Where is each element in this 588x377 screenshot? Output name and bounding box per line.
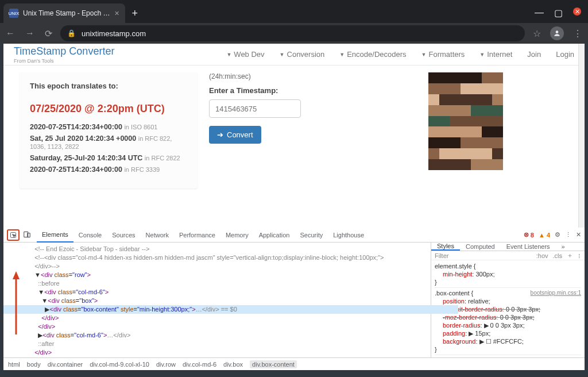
date-format-row: 2020-07-25T14:20:34+00:00 in RFC 3339 — [30, 166, 187, 174]
convert-button-label: Convert — [227, 130, 253, 139]
new-style-icon[interactable]: ＋ — [567, 251, 573, 260]
result-heading: This epoch translates to: — [30, 82, 187, 90]
window-controls: — ▢ ✕ — [535, 7, 588, 23]
bookmark-star-icon[interactable]: ☆ — [533, 28, 541, 39]
cls-toggle[interactable]: .cls — [553, 252, 563, 259]
time-format-hint: (24h:min:sec) — [209, 72, 399, 80]
window-maximize-icon[interactable]: ▢ — [554, 7, 563, 18]
devtools-tab-memory[interactable]: Memory — [220, 228, 254, 243]
dom-node[interactable]: <!--<div class="col-md-4 hidden-xs hidde… — [31, 253, 431, 262]
dom-node[interactable]: </div> — [31, 322, 431, 331]
warning-count[interactable]: ▲ 4 — [539, 232, 550, 238]
error-count[interactable]: ⊗ 8 — [524, 231, 534, 238]
url-input[interactable]: 🔒 unixtimestamp.com — [60, 25, 525, 41]
nav-back-icon[interactable]: ← — [6, 28, 15, 39]
breadcrumb-item[interactable]: html — [8, 361, 20, 368]
tab-favicon: UNIX — [9, 9, 18, 18]
enter-timestamp-label: Enter a Timestamp: — [209, 86, 399, 95]
address-bar: ← → ⟳ 🔒 unixtimestamp.com ☆ ⋮ — [0, 23, 588, 44]
timestamp-input-box: (24h:min:sec) Enter a Timestamp: ➔ Conve… — [209, 72, 399, 188]
tab-close-icon[interactable]: × — [114, 9, 119, 18]
lock-icon: 🔒 — [67, 29, 76, 37]
annotation-arrow — [10, 271, 22, 334]
breadcrumb-item[interactable]: div.box — [223, 361, 243, 368]
device-toolbar-icon[interactable] — [23, 230, 31, 240]
dom-node[interactable]: </div> — [31, 348, 431, 357]
svg-marker-5 — [13, 271, 20, 279]
styles-tab-event-listeners[interactable]: Event Listeners — [501, 243, 556, 251]
dom-node[interactable]: <!-- End Ezoic - Sidebar Top - sidebar -… — [31, 245, 431, 253]
scrollbar-thumb[interactable] — [579, 76, 584, 122]
browser-tab[interactable]: UNIX Unix Time Stamp - Epoch … × — [3, 3, 125, 23]
site-navbar: TimeStamp Converter From Dan's Tools ▼We… — [3, 44, 585, 66]
browser-menu-icon[interactable]: ⋮ — [573, 28, 582, 39]
site-brand[interactable]: TimeStamp Converter — [14, 45, 114, 57]
dom-node[interactable]: ▶<div class="box-content" style="min-hei… — [3, 305, 458, 314]
breadcrumb-item[interactable]: div.col-md-9.col-xl-10 — [90, 361, 149, 368]
breadcrumb-item[interactable]: div.box-content — [250, 360, 297, 368]
styles-more-icon[interactable]: ⫶ — [578, 252, 581, 259]
url-text: unixtimestamp.com — [82, 29, 146, 38]
devtools-panel: ElementsConsoleSourcesNetworkPerformance… — [0, 228, 588, 374]
nav-item-conversion[interactable]: ▼Conversion — [280, 50, 325, 59]
ad-image[interactable] — [428, 72, 503, 170]
result-main-date: 07/25/2020 @ 2:20pm (UTC) — [30, 103, 187, 115]
nav-item-encode-decoders[interactable]: ▼Encode/Decoders — [339, 50, 406, 59]
new-tab-button[interactable]: + — [125, 3, 145, 23]
devtools-tab-performance[interactable]: Performance — [174, 228, 220, 243]
styles-tab-styles[interactable]: Styles — [431, 243, 460, 251]
date-format-row: Sat, 25 Jul 2020 14:20:34 +0000 in RFC 8… — [30, 134, 187, 151]
devtools-tab-lighthouse[interactable]: Lighthouse — [328, 228, 369, 243]
dom-tree[interactable]: <!-- End Ezoic - Sidebar Top - sidebar -… — [3, 243, 431, 357]
browser-tab-strip: UNIX Unix Time Stamp - Epoch … × + — ▢ ✕ — [0, 0, 588, 23]
nav-reload-icon[interactable]: ⟳ — [45, 28, 52, 39]
dom-node[interactable]: ▼<div class="box"> — [31, 297, 431, 305]
nav-item-login[interactable]: Login — [556, 50, 574, 59]
user-avatar-icon[interactable] — [550, 26, 564, 40]
styles-panel: StylesComputedEvent Listeners» Filter :h… — [431, 243, 585, 357]
dom-breadcrumb[interactable]: htmlbodydiv.containerdiv.col-md-9.col-xl… — [3, 357, 585, 370]
nav-item-internet[interactable]: ▼Internet — [479, 50, 512, 59]
devtools-close-icon[interactable]: ✕ — [576, 231, 581, 238]
tab-title: Unix Time Stamp - Epoch … — [23, 9, 110, 17]
devtools-tab-application[interactable]: Application — [254, 228, 295, 243]
dom-node[interactable]: ▼<div class="row"> — [31, 271, 431, 279]
date-format-row: 2020-07-25T14:20:34+00:00 in ISO 8601 — [30, 123, 187, 131]
dom-node[interactable]: </div> — [31, 314, 431, 322]
epoch-result-box: This epoch translates to: 07/25/2020 @ 2… — [20, 72, 198, 188]
convert-button[interactable]: ➔ Convert — [209, 126, 261, 144]
svg-point-0 — [556, 30, 559, 33]
nav-forward-icon[interactable]: → — [25, 28, 34, 39]
devtools-tab-security[interactable]: Security — [295, 228, 328, 243]
element-picker-icon[interactable] — [7, 229, 20, 241]
nav-item-web-dev[interactable]: ▼Web Dev — [226, 50, 264, 59]
devtools-menu-icon[interactable]: ⋮ — [565, 231, 571, 238]
date-format-row: Saturday, 25-Jul-20 14:20:34 UTC in RFC … — [30, 154, 187, 162]
breadcrumb-item[interactable]: div.col-md-6 — [183, 361, 216, 368]
breadcrumb-item[interactable]: div.container — [48, 361, 83, 368]
devtools-tab-bar: ElementsConsoleSourcesNetworkPerformance… — [3, 228, 585, 243]
styles-filter-input[interactable]: Filter — [435, 252, 532, 259]
dom-node[interactable]: ▶<div class="col-md-6">…</div> — [31, 331, 431, 340]
devtools-tab-elements[interactable]: Elements — [37, 228, 74, 243]
styles-tab-computed[interactable]: Computed — [460, 243, 501, 251]
dom-node[interactable]: ▼<div class="col-md-6"> — [31, 288, 431, 297]
window-minimize-icon[interactable]: — — [535, 7, 544, 18]
breadcrumb-item[interactable]: body — [27, 361, 41, 368]
window-close-icon[interactable]: ✕ — [573, 7, 581, 16]
nav-item-formatters[interactable]: ▼Formatters — [421, 50, 465, 59]
dom-node[interactable]: ::after — [31, 340, 431, 348]
dom-node[interactable]: </div>--> — [31, 262, 431, 271]
devtools-tab-console[interactable]: Console — [74, 228, 107, 243]
dom-node[interactable]: <hr> — [31, 357, 431, 357]
arrow-right-icon: ➔ — [217, 130, 223, 139]
nav-item-join[interactable]: Join — [527, 50, 541, 59]
styles-tab-more-icon[interactable]: » — [556, 243, 571, 251]
timestamp-input[interactable] — [209, 99, 301, 118]
devtools-tab-sources[interactable]: Sources — [107, 228, 140, 243]
breadcrumb-item[interactable]: div.row — [156, 361, 176, 368]
dom-node[interactable]: ::before — [31, 279, 431, 288]
devtools-settings-icon[interactable]: ⚙ — [555, 231, 560, 238]
hov-toggle[interactable]: :hov — [536, 252, 548, 259]
devtools-tab-network[interactable]: Network — [141, 228, 174, 243]
